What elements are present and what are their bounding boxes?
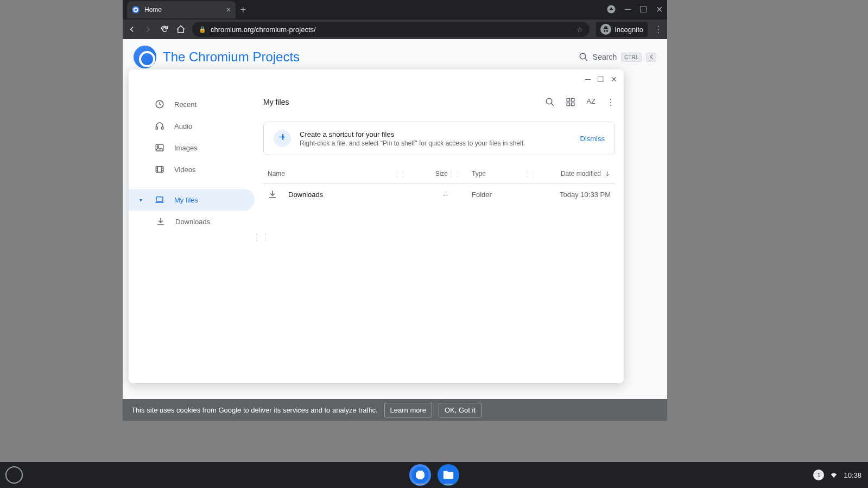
kbd-ctrl: CTRL: [621, 53, 642, 62]
files-titlebar: ─ ☐ ✕: [129, 69, 624, 89]
tab-strip: Home ✕ + ─ ☐ ✕: [123, 0, 667, 20]
kbd-k: K: [646, 53, 656, 62]
svg-rect-14: [572, 98, 574, 101]
files-window: ─ ☐ ✕ Recent Audio Images Vi: [129, 69, 624, 383]
column-separator[interactable]: ⋮⋮: [448, 170, 459, 178]
sidebar-label: Videos: [174, 166, 196, 174]
sidebar-item-videos[interactable]: Videos: [129, 159, 255, 180]
files-heading: My files: [263, 98, 289, 106]
image-icon: [155, 143, 164, 153]
svg-rect-16: [572, 103, 574, 105]
column-separator[interactable]: ⋮⋮: [394, 170, 404, 178]
minimize-icon[interactable]: ─: [625, 4, 631, 15]
browser-tab[interactable]: Home ✕: [127, 1, 236, 18]
app-running-indicator: [416, 484, 425, 485]
forward-button[interactable]: [143, 24, 153, 34]
bookmark-star-icon[interactable]: ☆: [576, 26, 583, 34]
tab-close-icon[interactable]: ✕: [226, 6, 231, 14]
files-main: My files AZ ⋮ Create a shortcut for your…: [259, 89, 624, 383]
browser-menu-button[interactable]: ⋮: [654, 24, 663, 35]
more-menu-button[interactable]: ⋮: [606, 97, 615, 107]
address-bar[interactable]: 🔒 chromium.org/chromium-projects/ ☆: [192, 22, 590, 37]
row-name: Downloads: [288, 191, 323, 199]
clock-icon: [155, 99, 164, 109]
ok-button[interactable]: OK, Got it: [439, 403, 481, 417]
sidebar-label: Audio: [174, 122, 192, 130]
svg-rect-8: [156, 144, 163, 151]
svg-rect-13: [567, 98, 570, 101]
maximize-icon[interactable]: ☐: [639, 4, 647, 15]
table-row[interactable]: Downloads -- Folder Today 10:33 PM: [263, 183, 615, 205]
column-separator[interactable]: ⋮⋮: [524, 170, 535, 178]
files-sidebar: Recent Audio Images Videos ▾ My fi: [129, 89, 259, 383]
sidebar-label: Downloads: [175, 218, 210, 226]
files-close-icon[interactable]: ✕: [611, 75, 617, 84]
shelf: 1 10:38: [0, 462, 868, 488]
clock: 10:38: [844, 471, 861, 479]
col-type-header[interactable]: Type: [459, 170, 524, 178]
sidebar-item-audio[interactable]: Audio: [129, 115, 255, 137]
files-minimize-icon[interactable]: ─: [585, 75, 591, 84]
home-button[interactable]: [176, 24, 186, 34]
cookie-text: This site uses cookies from Google to de…: [131, 406, 378, 414]
tip-title: Create a shortcut for your files: [300, 130, 572, 138]
sidebar-label: Images: [174, 144, 198, 152]
app-running-indicator: [444, 484, 453, 485]
sidebar-item-downloads[interactable]: Downloads: [129, 211, 255, 232]
row-type: Folder: [459, 191, 524, 199]
files-maximize-icon[interactable]: ☐: [597, 75, 604, 84]
chromium-app-icon[interactable]: [409, 464, 431, 486]
sidebar-item-myfiles[interactable]: ▾ My files: [129, 189, 255, 211]
status-tray[interactable]: 1 10:38: [813, 470, 861, 480]
close-icon[interactable]: ✕: [656, 4, 663, 15]
tab-title: Home: [144, 6, 162, 14]
sort-button[interactable]: AZ: [586, 97, 595, 107]
tip-description: Right-click a file, and select "Pin to s…: [300, 140, 572, 147]
svg-rect-15: [567, 103, 570, 105]
files-body: Recent Audio Images Videos ▾ My fi: [129, 89, 624, 383]
sidebar-label: My files: [174, 196, 198, 204]
sidebar-item-images[interactable]: Images: [129, 137, 255, 159]
incognito-icon: [600, 24, 611, 35]
files-search-button[interactable]: [545, 97, 555, 107]
browser-window-controls: ─ ☐ ✕: [606, 4, 663, 15]
video-icon: [155, 164, 164, 174]
user-icon[interactable]: [606, 4, 616, 15]
download-icon: [156, 217, 166, 226]
dismiss-button[interactable]: Dismiss: [580, 135, 605, 143]
page-search[interactable]: Search CTRL K: [579, 52, 656, 62]
chevron-down-icon[interactable]: ▾: [140, 197, 145, 203]
col-name-header[interactable]: Name: [268, 170, 394, 178]
col-date-header[interactable]: Date modified: [535, 170, 611, 178]
chromium-logo-icon: [134, 46, 156, 68]
incognito-badge[interactable]: Incognito: [596, 22, 648, 37]
svg-rect-11: [156, 197, 163, 201]
incognito-label: Incognito: [614, 26, 643, 34]
svg-point-12: [547, 98, 553, 104]
notification-count[interactable]: 1: [813, 470, 824, 480]
svg-rect-7: [162, 127, 163, 130]
files-table: Name ⋮⋮ Size ⋮⋮ Type ⋮⋮ Date modified Do…: [263, 164, 615, 205]
svg-point-4: [580, 53, 586, 59]
tip-card: Create a shortcut for your files Right-c…: [263, 122, 615, 155]
sort-down-icon: [604, 170, 611, 177]
wifi-icon: [829, 471, 838, 479]
svg-rect-10: [156, 167, 163, 173]
new-tab-button[interactable]: +: [240, 4, 246, 16]
search-placeholder: Search: [593, 53, 617, 61]
learn-more-button[interactable]: Learn more: [384, 403, 432, 417]
col-size-header[interactable]: Size: [404, 170, 448, 178]
lock-icon: 🔒: [199, 26, 206, 33]
files-app-icon[interactable]: [438, 464, 459, 486]
reload-button[interactable]: [160, 24, 169, 34]
sidebar-item-recent[interactable]: Recent: [129, 93, 255, 115]
page-title: The Chromium Projects: [163, 49, 300, 65]
files-content-toolbar: My files AZ ⋮: [263, 89, 615, 115]
view-grid-button[interactable]: [566, 97, 575, 107]
table-header-row: Name ⋮⋮ Size ⋮⋮ Type ⋮⋮ Date modified: [263, 164, 615, 183]
headphones-icon: [155, 121, 164, 131]
sidebar-resize-handle[interactable]: ⋮⋮: [252, 232, 270, 243]
launcher-button[interactable]: [5, 466, 23, 484]
search-icon: [579, 52, 588, 62]
back-button[interactable]: [127, 24, 137, 34]
